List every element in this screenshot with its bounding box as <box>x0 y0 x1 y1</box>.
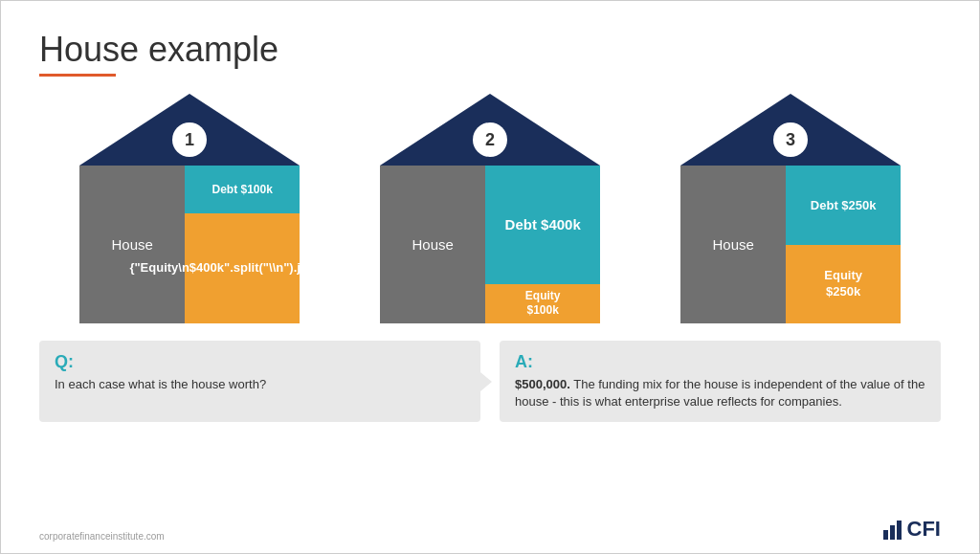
slide: House example 1 House Debt $100k {"Equit… <box>0 0 980 554</box>
house-1-label: House <box>79 166 185 323</box>
house-1-number: 1 <box>172 122 207 157</box>
title-underline <box>39 74 116 77</box>
footer-text: corporatefinanceinstitute.com <box>39 531 165 542</box>
houses-row: 1 House Debt $100k {"Equity\n$400k".spli… <box>39 94 941 323</box>
house-2-wrapper: 2 House Debt $400k Equity $100k <box>380 94 600 323</box>
cfi-bar-2 <box>890 525 895 540</box>
house-2-debt: Debt $400k <box>485 166 600 284</box>
cfi-bar-3 <box>897 521 902 540</box>
house-2-body: House Debt $400k Equity $100k <box>380 166 600 323</box>
house-2: 2 House Debt $400k Equity $100k <box>361 94 619 323</box>
house-3-label: House <box>680 166 786 323</box>
house-3-equity: Equity $250k <box>786 245 901 324</box>
house-1-wrapper: 1 House Debt $100k {"Equity\n$400k".spli… <box>79 94 300 323</box>
house-1-right: Debt $100k {"Equity\n$400k".split("\\n")… <box>185 166 300 323</box>
answer-label: A: <box>515 352 925 372</box>
house-3-number: 3 <box>773 122 808 157</box>
cfi-logo: CFI <box>883 517 941 542</box>
house-3-debt: Debt $250k <box>786 166 901 245</box>
house-3-body: House Debt $250k Equity $250k <box>680 166 901 323</box>
house-1-debt: Debt $100k <box>185 166 300 213</box>
house-3-wrapper: 3 House Debt $250k Equity $250k <box>680 94 901 323</box>
answer-bold: $500,000. <box>515 377 570 391</box>
house-3: 3 House Debt $250k Equity $250k <box>661 94 920 323</box>
question-label: Q: <box>55 352 465 372</box>
house-1-equity: {"Equity\n$400k".split("\\n").join("\n")… <box>185 213 300 324</box>
house-1-roof: 1 <box>79 94 300 166</box>
cfi-bar-1 <box>883 530 888 540</box>
bottom-row: Q: In each case what is the house worth?… <box>39 341 941 422</box>
house-3-right: Debt $250k Equity $250k <box>786 166 901 323</box>
house-3-roof: 3 <box>680 94 901 166</box>
page-title: House example <box>39 30 941 70</box>
house-2-right: Debt $400k Equity $100k <box>485 166 600 323</box>
house-2-roof: 2 <box>380 94 600 166</box>
answer-box: A: $500,000. The funding mix for the hou… <box>500 341 941 422</box>
house-1-body: House Debt $100k {"Equity\n$400k".split(… <box>79 166 300 323</box>
answer-rest: The funding mix for the house is indepen… <box>515 377 924 409</box>
cfi-bars-icon <box>883 519 902 540</box>
house-2-label: House <box>380 166 485 323</box>
question-box: Q: In each case what is the house worth? <box>39 341 480 422</box>
cfi-text: CFI <box>907 517 941 542</box>
question-text: In each case what is the house worth? <box>55 376 465 393</box>
house-2-equity: Equity $100k <box>485 284 600 323</box>
house-2-number: 2 <box>473 122 507 157</box>
answer-text: $500,000. The funding mix for the house … <box>515 376 925 410</box>
house-1: 1 House Debt $100k {"Equity\n$400k".spli… <box>60 94 319 323</box>
